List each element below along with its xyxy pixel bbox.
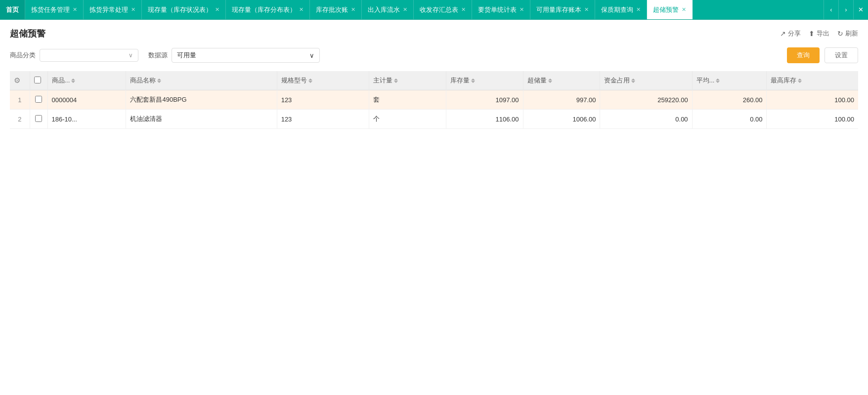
row-max: 100.00 [767, 110, 858, 129]
category-select[interactable]: ∨ [40, 49, 138, 62]
nav-arrow-right[interactable]: › [838, 0, 853, 20]
col-stock-header[interactable]: 库存量 [446, 71, 523, 90]
col-capital-header[interactable]: 资金占用 [600, 71, 692, 90]
nav-tab-tab-lhyc[interactable]: 拣货异常处理✕ [84, 0, 142, 19]
datasource-chevron-down-icon: ∨ [309, 52, 314, 59]
sort-icon-over [548, 79, 552, 83]
row-unit: 套 [369, 90, 446, 110]
col-name-sort[interactable]: 商品名称 [130, 76, 161, 85]
nav-tab-tab-xcfb[interactable]: 现存量（库存分布表）✕ [226, 0, 310, 19]
datasource-filter-group: 数据源 可用量 ∨ [148, 48, 320, 63]
close-icon[interactable]: ✕ [403, 6, 407, 13]
table-header-row: ⚙ 商品... 商品名称 [10, 71, 858, 90]
header-actions: ↗ 分享 ⬆ 导出 ↻ 刷新 [780, 29, 858, 38]
page-header: 超储预警 ↗ 分享 ⬆ 导出 ↻ 刷新 [10, 28, 858, 40]
row-name: 机油滤清器 [126, 110, 277, 129]
nav-tab-tab-lhgl[interactable]: 拣货任务管理✕ [25, 0, 84, 19]
row-num: 2 [10, 110, 30, 129]
row-stock: 1106.00 [446, 110, 523, 129]
row-over: 1006.00 [523, 110, 600, 129]
close-icon[interactable]: ✕ [461, 6, 466, 13]
query-button[interactable]: 查询 [787, 47, 820, 63]
top-nav: 首页 拣货任务管理✕拣货异常处理✕现存量（库存状况表）✕现存量（库存分布表）✕库… [0, 0, 868, 20]
col-max-header[interactable]: 最高库存 [767, 71, 858, 90]
row-over: 997.00 [523, 90, 600, 110]
export-button[interactable]: ⬆ 导出 [809, 29, 829, 38]
nav-tab-tab-baozhi[interactable]: 保质期查询✕ [595, 0, 647, 19]
table-row: 1 0000004 六配套新昌490BPG 123 套 1097.00 997.… [10, 90, 858, 110]
refresh-button[interactable]: ↻ 刷新 [837, 29, 858, 38]
col-over-sort[interactable]: 超储量 [527, 76, 552, 85]
col-gear-header[interactable]: ⚙ [10, 71, 30, 90]
row-max: 100.00 [767, 90, 858, 110]
col-stock-sort[interactable]: 库存量 [450, 76, 475, 85]
close-icon[interactable]: ✕ [682, 6, 686, 13]
share-button[interactable]: ↗ 分享 [780, 29, 801, 38]
row-stock: 1097.00 [446, 90, 523, 110]
close-icon[interactable]: ✕ [636, 6, 641, 13]
table-row: 2 186-10... 机油滤清器 123 个 1106.00 1006.00 … [10, 110, 858, 129]
col-capital-sort[interactable]: 资金占用 [604, 76, 635, 85]
page-title: 超储预警 [10, 28, 45, 40]
col-code-header[interactable]: 商品... [47, 71, 126, 90]
col-over-header[interactable]: 超储量 [523, 71, 600, 90]
row-num: 1 [10, 90, 30, 110]
row-checkbox[interactable] [35, 115, 42, 122]
row-code: 0000004 [47, 90, 126, 110]
close-icon[interactable]: ✕ [520, 6, 524, 13]
row-checkbox-cell[interactable] [30, 110, 47, 129]
col-unit-sort[interactable]: 主计量 [373, 76, 398, 85]
row-capital: 0.00 [600, 110, 692, 129]
datasource-value: 可用量 [177, 51, 196, 60]
col-name-header[interactable]: 商品名称 [126, 71, 277, 90]
row-unit: 个 [369, 110, 446, 129]
close-icon[interactable]: ✕ [351, 6, 355, 13]
sort-icon-avg [716, 79, 720, 83]
close-icon[interactable]: ✕ [131, 6, 135, 13]
row-avg: 0.00 [692, 110, 767, 129]
close-icon[interactable]: ✕ [584, 6, 589, 13]
settings-button[interactable]: 设置 [825, 47, 858, 63]
col-avg-sort[interactable]: 平均... [696, 76, 720, 85]
nav-tab-tab-shoudafa[interactable]: 收发存汇总表✕ [414, 0, 472, 19]
nav-tab-tab-yaohuo[interactable]: 要货单统计表✕ [472, 0, 530, 19]
data-table: ⚙ 商品... 商品名称 [10, 71, 858, 129]
close-icon[interactable]: ✕ [73, 6, 77, 13]
row-checkbox[interactable] [35, 96, 42, 103]
nav-tab-tab-xczl[interactable]: 现存量（库存状况表）✕ [142, 0, 226, 19]
share-icon: ↗ [780, 30, 786, 38]
sort-icon-capital [631, 79, 635, 83]
gear-icon[interactable]: ⚙ [14, 76, 20, 85]
sort-icon-max [798, 79, 802, 83]
nav-home[interactable]: 首页 [0, 0, 25, 19]
col-unit-header[interactable]: 主计量 [369, 71, 446, 90]
nav-tab-tab-churushu[interactable]: 出入库流水✕ [362, 0, 414, 19]
sort-icon-unit [394, 79, 398, 83]
sort-icon-stock [471, 79, 475, 83]
category-chevron-down-icon: ∨ [129, 52, 133, 59]
sort-icon-code [71, 79, 75, 83]
nav-close[interactable]: ✕ [853, 0, 868, 20]
export-icon: ⬆ [809, 30, 815, 38]
datasource-label: 数据源 [148, 51, 168, 60]
row-capital: 259220.00 [600, 90, 692, 110]
col-code-sort[interactable]: 商品... [52, 76, 76, 85]
select-all-checkbox[interactable] [34, 77, 41, 83]
close-icon[interactable]: ✕ [299, 6, 304, 13]
col-avg-header[interactable]: 平均... [692, 71, 767, 90]
col-spec-sort[interactable]: 规格型号 [281, 76, 312, 85]
sort-icon-name [157, 79, 161, 83]
close-icon[interactable]: ✕ [215, 6, 219, 13]
col-spec-header[interactable]: 规格型号 [277, 71, 369, 90]
nav-tab-tab-kucun[interactable]: 库存批次账✕ [310, 0, 362, 19]
col-checkbox-header[interactable] [30, 71, 47, 90]
row-code: 186-10... [47, 110, 126, 129]
nav-arrow-left[interactable]: ‹ [824, 0, 838, 20]
row-checkbox-cell[interactable] [30, 90, 47, 110]
category-label: 商品分类 [10, 51, 36, 60]
datasource-select[interactable]: 可用量 ∨ [172, 48, 320, 63]
row-spec: 123 [277, 110, 369, 129]
nav-tab-tab-chaochuyujing[interactable]: 超储预警✕ [647, 0, 693, 19]
nav-tab-tab-keyong[interactable]: 可用量库存账本✕ [530, 0, 595, 19]
col-max-sort[interactable]: 最高库存 [771, 76, 802, 85]
